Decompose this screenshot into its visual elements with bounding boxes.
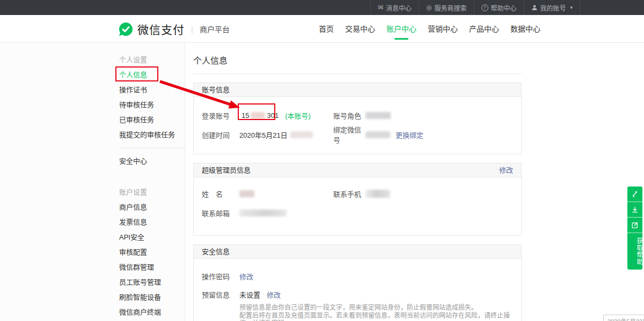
sidebar-item-my-submitted-tasks[interactable]: 我提交的审核任务 xyxy=(0,128,185,143)
nav-account-center[interactable]: 账户中心 xyxy=(385,15,418,43)
help-center-label: 帮助中心 xyxy=(491,3,517,12)
main-nav: 首页 交易中心 账户中心 营销中心 产品中心 数据中心 xyxy=(318,15,541,43)
nav-transaction-center[interactable]: 交易中心 xyxy=(344,15,376,43)
my-account-menu-item[interactable]: 我的账号 ▾ xyxy=(524,0,581,15)
nav-data-center[interactable]: 数据中心 xyxy=(509,15,541,43)
created-time-row: 创建时间 2020年5月21日 绑定微信号 更换绑定 xyxy=(202,128,513,141)
admin-email-row: 联系邮箱 xyxy=(202,206,513,219)
bound-wechat-label: 绑定微信号 xyxy=(333,124,365,145)
floating-help-widget: 获取帮助 xyxy=(627,186,642,270)
admin-name-label: 姓 名 xyxy=(202,189,239,199)
edit-icon xyxy=(631,221,639,229)
help-center-menu-item[interactable]: ? 帮助中心 xyxy=(474,0,524,15)
login-number-suffix: 301 xyxy=(267,111,279,120)
bound-wechat-group: 绑定微信号 更换绑定 xyxy=(333,128,423,141)
download-button[interactable] xyxy=(627,202,642,218)
login-account-value: 15 301 (本账号) xyxy=(239,110,311,121)
sidebar-item-reviewed-tasks[interactable]: 已审核任务 xyxy=(0,113,185,128)
admin-phone-redacted xyxy=(365,190,390,198)
main-content: 个人信息 账号信息 登录账号 15 301 (本账号) 账号角色 xyxy=(193,43,522,321)
sidebar-item-api-security[interactable]: API安全 xyxy=(0,230,185,245)
reserved-info-edit-link[interactable]: 修改 xyxy=(267,289,281,300)
sidebar-spacer xyxy=(0,169,185,185)
login-account-number: 15 301 xyxy=(239,111,281,120)
message-center-label: 消息中心 xyxy=(386,3,412,12)
login-number-redacted xyxy=(251,112,265,119)
super-admin-panel-title: 超级管理员信息 xyxy=(202,163,251,177)
sidebar: 个人设置 个人信息 操作证书 待审核任务 已审核任务 我提交的审核任务 安全中心… xyxy=(0,43,185,321)
operation-password-row: 操作密码 修改 xyxy=(202,270,513,282)
sidebar-item-face-recognition-devices[interactable]: 刷脸智能设备 xyxy=(0,290,185,305)
feedback-button[interactable] xyxy=(627,218,642,233)
page-title: 个人信息 xyxy=(193,54,522,66)
message-center-menu-item[interactable]: ✉ 消息中心 xyxy=(370,0,419,15)
brand-area[interactable]: 微信支付 | 商户平台 xyxy=(119,15,230,43)
sidebar-item-pending-review-tasks[interactable]: 待审核任务 xyxy=(0,98,185,113)
reserved-info-row: 预留信息 未设置 修改 xyxy=(202,288,513,301)
brand-title: 微信支付 xyxy=(137,21,185,37)
super-admin-panel-body: 姓 名 联系手机 联系邮箱 xyxy=(194,177,521,235)
sidebar-section-personal-settings: 个人设置 xyxy=(0,53,185,68)
operation-password-edit-link[interactable]: 修改 xyxy=(239,271,253,281)
sidebar-item-review-config[interactable]: 审核配置 xyxy=(0,245,185,260)
admin-phone-group: 联系手机 xyxy=(333,187,390,200)
link-icon xyxy=(631,190,639,198)
sidebar-item-wechat-merchant-terminal[interactable]: 微信商户终端 xyxy=(0,305,185,320)
reserved-desc-line-2: 配置后将在首页及充值页面显示。若未看到预留信息，表明当前访问的网站存在风险，请终… xyxy=(239,312,513,321)
login-account-row: 登录账号 15 301 (本账号) 账号角色 xyxy=(202,109,513,122)
download-icon xyxy=(631,206,639,213)
account-role-redacted xyxy=(365,112,391,119)
sidebar-item-merchant-info[interactable]: 商户信息 xyxy=(0,200,185,215)
nav-product-center[interactable]: 产品中心 xyxy=(468,15,500,43)
created-date-text: 2020年5月21日 xyxy=(239,130,288,140)
wechat-pay-logo-icon xyxy=(119,23,133,36)
super-admin-edit-link[interactable]: 修改 xyxy=(499,163,513,177)
get-help-button[interactable]: 获取帮助 xyxy=(627,233,642,270)
security-info-panel-body: 操作密码 修改 预留信息 未设置 修改 预留信息是由你自己设置的一段文字，用来鉴… xyxy=(194,259,521,321)
message-icon: ✉ xyxy=(378,4,383,11)
sidebar-item-invoice-info[interactable]: 发票信息 xyxy=(0,215,185,230)
created-time-label: 创建时间 xyxy=(202,130,239,140)
user-icon xyxy=(531,4,538,11)
chevron-down-icon: ▾ xyxy=(570,5,573,10)
my-account-label: 我的账号 xyxy=(540,3,566,12)
sidebar-divider xyxy=(119,148,185,148)
sidebar-item-operation-certificate[interactable]: 操作证书 xyxy=(0,83,185,98)
date-badge: 2020年5月22日 xyxy=(603,315,644,321)
service-provider-search-menu-item[interactable]: ◎ 服务商搜索 xyxy=(419,0,474,15)
service-search-icon: ◎ xyxy=(426,4,431,11)
admin-email-label: 联系邮箱 xyxy=(202,208,239,218)
reserved-info-description: 预留信息是由你自己设置的一段文字，用来鉴定网站身份，防止假冒网站造成损失。 配置… xyxy=(239,304,513,321)
security-info-panel-title: 安全信息 xyxy=(202,245,230,258)
account-info-panel-header: 账号信息 xyxy=(194,83,521,97)
account-info-panel-body: 登录账号 15 301 (本账号) 账号角色 创建时间 2020年 xyxy=(194,97,521,154)
account-role-label: 账号角色 xyxy=(333,110,365,121)
sidebar-section-account-settings: 账户设置 xyxy=(0,185,185,200)
reserved-info-label: 预留信息 xyxy=(202,289,239,300)
login-number-prefix: 15 xyxy=(241,111,249,120)
top-utility-menu: ✉ 消息中心 ◎ 服务商搜索 ? 帮助中心 我的账号 ▾ xyxy=(370,0,580,15)
reserved-desc-line-1: 预留信息是由你自己设置的一段文字，用来鉴定网站身份，防止假冒网站造成损失。 xyxy=(239,304,513,312)
help-icon: ? xyxy=(481,4,488,11)
login-account-label: 登录账号 xyxy=(202,110,239,121)
sidebar-item-personal-info[interactable]: 个人信息 xyxy=(0,68,185,83)
service-search-label: 服务商搜索 xyxy=(435,3,467,12)
rebind-link[interactable]: 更换绑定 xyxy=(396,130,423,140)
super-admin-panel-header: 超级管理员信息 修改 xyxy=(194,163,521,177)
sidebar-item-staff-account-management[interactable]: 员工账号管理 xyxy=(0,275,185,290)
created-time-value: 2020年5月21日 xyxy=(239,130,313,140)
account-role-group: 账号角色 xyxy=(333,109,391,122)
super-admin-panel: 超级管理员信息 修改 姓 名 联系手机 联系邮箱 xyxy=(193,163,522,236)
nav-home[interactable]: 首页 xyxy=(318,15,335,43)
admin-phone-label: 联系手机 xyxy=(333,189,365,199)
sidebar-item-security-center[interactable]: 安全中心 xyxy=(0,154,185,169)
admin-name-redacted xyxy=(239,190,254,197)
top-utility-bar: ✉ 消息中心 ◎ 服务商搜索 ? 帮助中心 我的账号 ▾ xyxy=(0,0,644,15)
operation-password-label: 操作密码 xyxy=(202,271,239,281)
created-time-redacted xyxy=(290,131,313,138)
admin-email-redacted xyxy=(239,210,287,217)
admin-email-value xyxy=(239,210,287,217)
contact-link-button[interactable] xyxy=(627,186,642,202)
sidebar-item-wechat-group-management[interactable]: 微信群管理 xyxy=(0,260,185,275)
nav-marketing-center[interactable]: 营销中心 xyxy=(427,15,459,43)
